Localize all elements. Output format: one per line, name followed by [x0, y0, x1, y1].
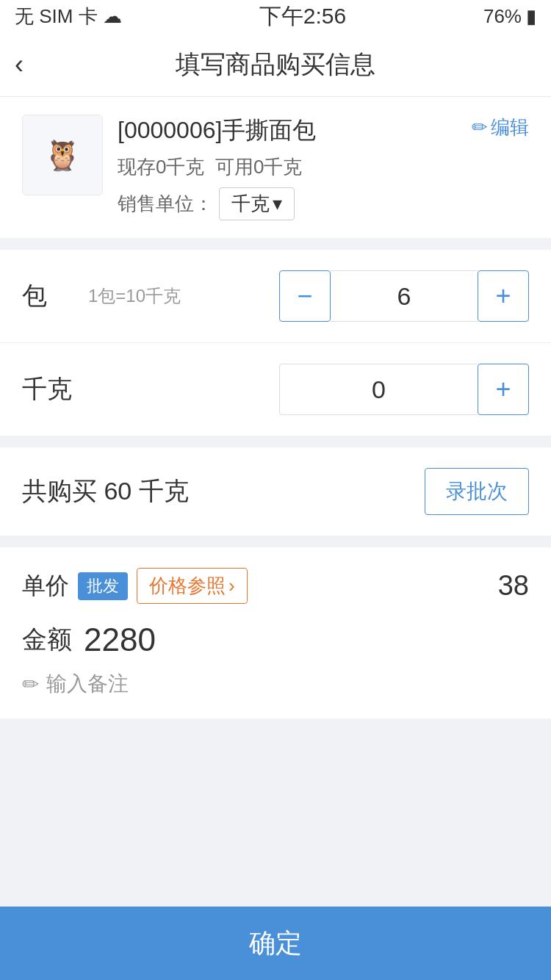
kg-input[interactable] [279, 364, 478, 415]
price-row: 单价 批发 价格参照 › 38 [22, 568, 529, 604]
product-info: [0000006]手撕面包 ✏ 编辑 现存0千克 可用0千克 销售单位： 千克 … [118, 115, 529, 220]
status-bar: 无 SIM 卡 ☁ 下午2:56 76% ▮ [0, 0, 551, 32]
quantity-section: 包 1包=10千克 − + 千克 + [0, 250, 551, 436]
battery-icon: ▮ [526, 5, 536, 28]
quantity-kg-row: 千克 + [0, 343, 551, 436]
batch-button[interactable]: 录批次 [425, 468, 529, 515]
price-section: 单价 批发 价格参照 › 38 金额 2280 ✏ 输入备注 [0, 547, 551, 718]
status-right: 76% ▮ [483, 5, 536, 28]
unit-dropdown[interactable]: 千克 ▾ [219, 187, 295, 220]
spacer [0, 718, 551, 939]
bao-input[interactable] [331, 270, 478, 322]
product-unit: 销售单位： 千克 ▾ [118, 187, 529, 220]
product-thumbnail: 🦉 [22, 115, 103, 195]
bao-hint: 1包=10千克 [88, 284, 279, 308]
amount-value: 2280 [84, 621, 156, 658]
product-name: [0000006]手撕面包 [118, 115, 316, 147]
chevron-right-icon: › [228, 574, 235, 597]
status-time: 下午2:56 [259, 1, 346, 32]
product-logo-icon: 🦉 [44, 138, 81, 173]
price-reference-button[interactable]: 价格参照 › [137, 568, 248, 604]
note-row[interactable]: ✏ 输入备注 [22, 670, 529, 698]
chevron-down-icon: ▾ [273, 192, 282, 215]
kg-plus-button[interactable]: + [478, 364, 529, 415]
page-title: 填写商品购买信息 [176, 48, 375, 82]
bao-plus-button[interactable]: + [478, 270, 529, 322]
edit-button[interactable]: ✏ 编辑 [472, 115, 529, 140]
battery-text: 76% [483, 5, 522, 28]
kg-label: 千克 [22, 372, 81, 406]
quantity-bao-row: 包 1包=10千克 − + [0, 250, 551, 343]
bao-controls: − + [279, 270, 529, 322]
nav-bar: ‹ 填写商品购买信息 [0, 32, 551, 97]
confirm-bottom-bar[interactable]: 确定 [0, 907, 551, 980]
price-type-tag: 批发 [78, 572, 128, 600]
status-left: 无 SIM 卡 ☁ [15, 4, 122, 29]
confirm-button[interactable]: 确定 [249, 926, 302, 962]
summary-amount: 60 [104, 477, 138, 505]
amount-row: 金额 2280 [22, 621, 529, 658]
sim-signal: 无 SIM 卡 ☁ [15, 4, 122, 29]
bao-label: 包 [22, 279, 81, 313]
price-label: 单价 批发 价格参照 › [22, 568, 248, 604]
back-button[interactable]: ‹ [15, 49, 24, 80]
product-card: 🦉 [0000006]手撕面包 ✏ 编辑 现存0千克 可用0千克 销售单位： 千… [0, 97, 551, 238]
note-placeholder: 输入备注 [46, 670, 129, 698]
amount-label: 金额 [22, 623, 72, 657]
summary-text: 共购买 60 千克 [22, 475, 189, 508]
kg-controls: + [279, 364, 529, 415]
pencil-icon: ✏ [22, 672, 39, 696]
price-value: 38 [498, 570, 529, 602]
bao-minus-button[interactable]: − [279, 270, 331, 322]
summary-section: 共购买 60 千克 录批次 [0, 447, 551, 536]
edit-icon: ✏ [472, 116, 488, 139]
product-stock: 现存0千克 可用0千克 [118, 154, 529, 180]
